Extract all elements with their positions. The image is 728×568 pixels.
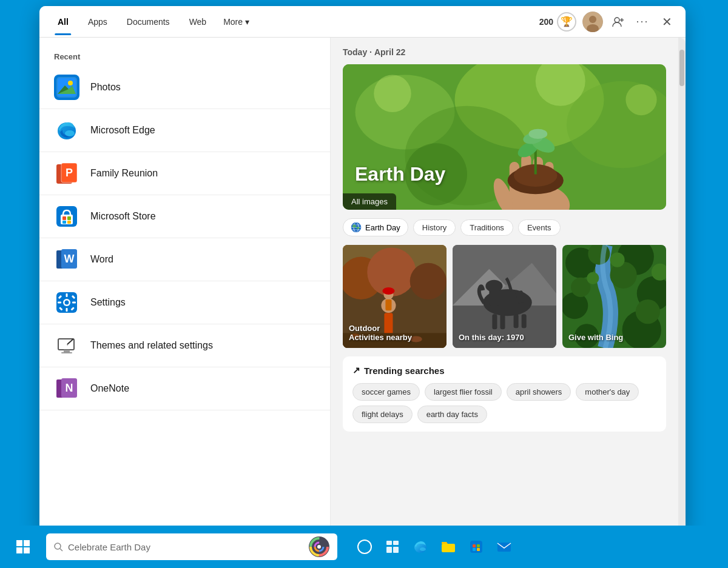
- tag-traditions[interactable]: Traditions: [460, 219, 513, 236]
- powerpoint-icon: P: [54, 161, 79, 186]
- app-item-store[interactable]: Microsoft Store: [39, 195, 330, 238]
- svg-rect-139: [393, 541, 399, 545]
- search-icon: [53, 542, 63, 552]
- trending-label: Trending searches: [364, 366, 445, 376]
- date-header: Today · April 22: [343, 47, 666, 57]
- svg-rect-106: [500, 314, 505, 329]
- svg-point-127: [55, 543, 61, 549]
- close-button[interactable]: ✕: [658, 13, 676, 31]
- svg-point-81: [357, 227, 360, 229]
- svg-text:N: N: [66, 382, 73, 394]
- taskbar-edge-icon[interactable]: [411, 538, 430, 556]
- search-input[interactable]: Celebrate Earth Day: [68, 542, 303, 552]
- svg-point-87: [410, 263, 447, 299]
- app-item-themes[interactable]: Themes and related settings: [39, 324, 330, 367]
- svg-rect-126: [24, 547, 30, 553]
- app-item-family-reunion[interactable]: P Family Reunion: [39, 152, 330, 195]
- tab-documents[interactable]: Documents: [118, 13, 178, 30]
- svg-point-73: [528, 129, 547, 139]
- nav-tabs: All Apps Documents Web More ▾: [49, 13, 530, 30]
- svg-point-136: [317, 545, 321, 549]
- taskbar-mail-icon[interactable]: [495, 538, 513, 556]
- svg-point-14: [65, 130, 75, 136]
- svg-line-128: [60, 549, 62, 551]
- bing-label: Give with Bing: [568, 333, 623, 342]
- svg-rect-147: [477, 544, 480, 547]
- svg-rect-145: [470, 541, 482, 553]
- start-button[interactable]: [12, 536, 34, 558]
- title-bar-right: 200 🏆 ··· ✕: [539, 12, 676, 32]
- hero-card[interactable]: Earth Day All images: [343, 64, 666, 210]
- app-item-onenote[interactable]: N OneNote: [39, 367, 330, 410]
- taskbar-folder-icon[interactable]: [439, 538, 457, 556]
- trending-pill-0[interactable]: soccer games: [352, 383, 420, 401]
- scrollbar-thumb[interactable]: [679, 50, 684, 86]
- app-name-onenote: OneNote: [90, 383, 129, 394]
- app-item-word[interactable]: W Word: [39, 238, 330, 281]
- svg-rect-44: [64, 350, 70, 352]
- svg-point-33: [65, 301, 69, 305]
- tag-history[interactable]: History: [413, 219, 456, 236]
- grid-card-history[interactable]: On this day: 1970: [453, 245, 556, 348]
- right-panel: Today · April 22: [331, 38, 678, 533]
- svg-rect-34: [66, 293, 68, 297]
- svg-rect-149: [477, 548, 480, 551]
- svg-rect-123: [16, 540, 22, 546]
- grid-card-outdoor[interactable]: OutdoorActivities nearby: [343, 245, 447, 348]
- hero-subtitle[interactable]: All images: [343, 193, 396, 210]
- trending-pill-2[interactable]: april showers: [507, 383, 571, 401]
- svg-rect-35: [66, 308, 68, 312]
- grid-card-bing[interactable]: Give with Bing: [562, 245, 666, 348]
- avatar[interactable]: [582, 12, 603, 32]
- svg-rect-150: [497, 543, 511, 552]
- svg-rect-148: [473, 548, 476, 551]
- hero-title: Earth Day: [355, 163, 445, 185]
- search-bar[interactable]: Celebrate Earth Day: [46, 533, 337, 560]
- scrollbar-rail[interactable]: [678, 38, 686, 533]
- title-bar: All Apps Documents Web More ▾ 200 🏆: [39, 6, 686, 38]
- bing-logo-icon: [308, 536, 330, 558]
- themes-icon: [54, 333, 79, 358]
- tab-apps[interactable]: Apps: [79, 13, 116, 30]
- trending-pill-4[interactable]: flight delays: [352, 406, 413, 423]
- app-item-settings[interactable]: Settings: [39, 281, 330, 324]
- svg-point-119: [636, 299, 660, 324]
- svg-rect-105: [492, 314, 497, 329]
- trophy-icon: 🏆: [557, 12, 576, 32]
- svg-point-103: [485, 280, 502, 292]
- app-item-photos[interactable]: Photos: [39, 66, 330, 109]
- svg-rect-138: [386, 541, 392, 545]
- edge-icon: [54, 118, 79, 143]
- svg-text:W: W: [64, 253, 75, 265]
- svg-rect-25: [67, 221, 71, 224]
- trending-pill-3[interactable]: mother's day: [576, 383, 639, 401]
- main-content: Recent Photos: [39, 38, 686, 533]
- trending-pill-5[interactable]: earth day facts: [417, 406, 487, 423]
- tab-all[interactable]: All: [49, 13, 77, 30]
- taskbar-circle-icon[interactable]: [356, 538, 374, 556]
- svg-rect-37: [72, 302, 76, 304]
- earth-day-tag-label: Earth Day: [365, 223, 400, 232]
- score-badge: 200 🏆: [539, 12, 576, 32]
- add-person-icon[interactable]: [609, 13, 627, 31]
- trending-pill-1[interactable]: largest flier fossil: [425, 383, 502, 401]
- more-options-button[interactable]: ···: [633, 13, 652, 31]
- app-name-store: Microsoft Store: [90, 211, 156, 222]
- svg-point-121: [587, 272, 599, 284]
- tab-more[interactable]: More ▾: [217, 13, 255, 30]
- svg-point-120: [610, 253, 624, 267]
- svg-rect-91: [385, 299, 391, 310]
- photos-icon: [54, 75, 79, 100]
- svg-rect-108: [522, 314, 527, 328]
- app-item-edge[interactable]: Microsoft Edge: [39, 109, 330, 152]
- earth-day-tag[interactable]: Earth Day: [343, 218, 408, 236]
- taskbar-store-icon[interactable]: [467, 538, 485, 556]
- svg-rect-125: [16, 547, 22, 553]
- svg-point-143: [420, 547, 426, 551]
- tab-web[interactable]: Web: [181, 13, 215, 30]
- taskbar: Celebrate Earth Day: [0, 526, 728, 568]
- chevron-down-icon: ▾: [245, 17, 249, 27]
- tag-events[interactable]: Events: [518, 219, 561, 236]
- store-icon: [54, 204, 79, 229]
- taskbar-grid-icon[interactable]: [383, 538, 402, 556]
